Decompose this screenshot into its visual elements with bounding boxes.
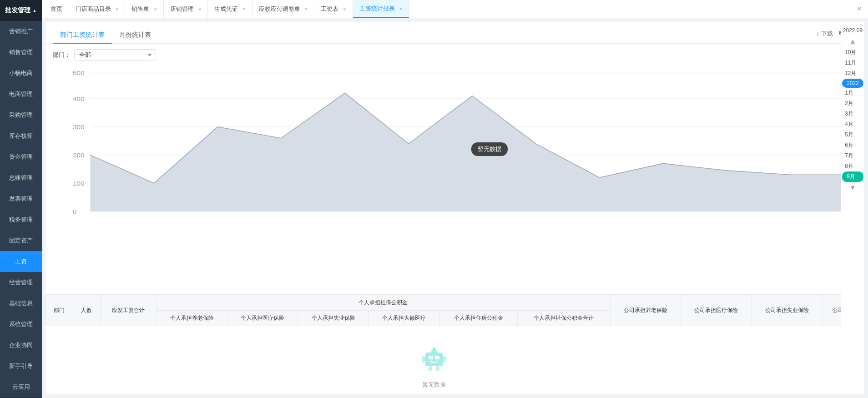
timeline-month-4月[interactable]: 4月: [842, 119, 863, 130]
sidebar-item-库存核算[interactable]: 库存核算: [0, 126, 42, 146]
sidebar-item-固定资产[interactable]: 固定资产: [0, 230, 42, 251]
sidebar-item-发票管理[interactable]: 发票管理: [0, 188, 42, 209]
sidebar-title: 批发管理: [5, 6, 30, 15]
sidebar-item-采购管理[interactable]: 采购管理: [0, 105, 42, 126]
content-panel: 部门工资统计表月份统计表 ↓ 下载 ↻ 刷新 部门： 全部 销售部 采购部 财务…: [45, 22, 864, 394]
tab-label: 店铺管理: [170, 5, 194, 13]
timeline-month-6月[interactable]: 6月: [842, 140, 863, 151]
th-total-wage: 应发工资合计: [100, 295, 156, 326]
tab-close-icon[interactable]: ×: [305, 6, 308, 12]
timeline-month-10月[interactable]: 10月: [842, 47, 863, 58]
department-select[interactable]: 全部 销售部 采购部 财务部 行政部: [74, 49, 156, 60]
sidebar-item-云应用[interactable]: 云应用: [0, 377, 42, 398]
download-button[interactable]: ↓ 下载: [817, 30, 833, 38]
th-p-housing: 个人承担住房公积金: [439, 311, 518, 326]
svg-rect-14: [429, 356, 433, 359]
th-p-med: 个人承担医疗保险: [227, 311, 298, 326]
sidebar-item-经营管理[interactable]: 经营管理: [0, 272, 42, 293]
main-area: 首页门店商品目录×销售单×店铺管理×生成凭证×应收应付调整单×工资表×工资统计报…: [42, 0, 868, 398]
tab-label: 首页: [50, 5, 62, 13]
sidebar-item-基础信息[interactable]: 基础信息: [0, 293, 42, 314]
tab-销售单[interactable]: 销售单×: [125, 0, 163, 18]
timeline-prev-button[interactable]: ▲: [848, 35, 858, 47]
tab-门店商品目录[interactable]: 门店商品目录×: [69, 0, 125, 18]
tab-应收应付调整单[interactable]: 应收应付调整单×: [252, 0, 314, 18]
svg-text:400: 400: [73, 96, 85, 102]
no-data-illustration: [416, 340, 452, 376]
sidebar-item-新手引导[interactable]: 新手引导: [0, 356, 42, 377]
table-container[interactable]: 部门 人数 应发工资合计 个人承担社保公积金 公司承担养老保险 公司承担医疗保险…: [45, 294, 864, 394]
tab-label: 生成凭证: [214, 5, 238, 13]
sub-tab-月份统计表[interactable]: 月份统计表: [112, 27, 158, 44]
timeline-month-7月[interactable]: 7月: [842, 151, 863, 161]
sub-tab-部门工资统计表[interactable]: 部门工资统计表: [53, 27, 112, 44]
tab-label: 应收应付调整单: [259, 5, 300, 13]
sidebar-item-销售管理[interactable]: 销售管理: [0, 42, 42, 63]
sidebar-item-系统管理[interactable]: 系统管理: [0, 314, 42, 335]
sidebar-header[interactable]: 批发管理 ▲: [0, 0, 42, 21]
sidebar-item-总账管理[interactable]: 总账管理: [0, 167, 42, 188]
sidebar-item-资金管理[interactable]: 资金管理: [0, 146, 42, 167]
area-chart: 0 100 200 300 400 500: [73, 71, 855, 216]
timeline-month-12月[interactable]: 12月: [842, 68, 863, 79]
timeline-current-date: 2022.09: [841, 25, 864, 35]
th-p-total: 个人承担社保公积金合计: [518, 311, 610, 326]
timeline-month-8月[interactable]: 8月: [842, 161, 863, 171]
tab-首页[interactable]: 首页: [44, 0, 69, 18]
tab-close-icon[interactable]: ×: [154, 6, 156, 12]
svg-text:300: 300: [73, 124, 85, 131]
timeline-next-button[interactable]: ▼: [848, 182, 858, 194]
timeline-month-11月[interactable]: 11月: [842, 58, 863, 68]
timeline-month-1月[interactable]: 1月: [842, 88, 863, 98]
sidebar-item-小畅电商[interactable]: 小畅电商: [0, 63, 42, 84]
no-data-area: 暂无数据: [46, 326, 823, 394]
sidebar-item-税务管理[interactable]: 税务管理: [0, 209, 42, 230]
svg-rect-21: [436, 366, 439, 371]
timeline-bar: 2022.09 ▲ 10月11月12月20221月2月3月4月5月6月7月8月9…: [841, 22, 864, 394]
tab-label: 门店商品目录: [76, 5, 111, 13]
timeline-month-3月[interactable]: 3月: [842, 109, 863, 119]
download-label: 下载: [821, 30, 833, 38]
th-company-old: 公司承担养老保险: [610, 295, 681, 326]
tab-生成凭证[interactable]: 生成凭证×: [208, 0, 252, 18]
tab-close-icon[interactable]: ×: [116, 6, 118, 12]
th-company-unemp: 公司承担失业保险: [752, 295, 823, 326]
timeline-month-9月[interactable]: 9月: [842, 171, 863, 182]
table-no-data-text: 暂无数据: [422, 381, 446, 389]
tab-工资统计报表[interactable]: 工资统计报表×: [353, 0, 409, 18]
tab-工资表[interactable]: 工资表×: [314, 0, 353, 18]
svg-text:100: 100: [73, 180, 85, 186]
tab-close-icon[interactable]: ×: [198, 6, 201, 12]
timeline-month-5月[interactable]: 5月: [842, 130, 863, 140]
svg-rect-19: [443, 356, 446, 363]
svg-text:500: 500: [73, 71, 85, 76]
th-p-big-med: 个人承担大额医疗: [369, 311, 440, 326]
th-p-unemp: 个人承担失业保险: [298, 311, 369, 326]
stats-table: 部门 人数 应发工资合计 个人承担社保公积金 公司承担养老保险 公司承担医疗保险…: [45, 295, 864, 394]
filter-dept-label: 部门：: [53, 51, 71, 59]
tab-店铺管理[interactable]: 店铺管理×: [164, 0, 208, 18]
tab-close-icon[interactable]: ×: [343, 6, 346, 12]
svg-rect-20: [429, 366, 432, 371]
sidebar-item-企业协同[interactable]: 企业协同: [0, 335, 42, 356]
svg-rect-18: [422, 356, 425, 363]
th-dept: 部门: [46, 295, 73, 326]
tab-label: 工资统计报表: [359, 5, 395, 13]
sidebar-item-电商管理[interactable]: 电商管理: [0, 84, 42, 105]
th-personal-social: 个人承担社保公积金: [156, 295, 610, 311]
timeline-year-2022[interactable]: 2022: [842, 79, 863, 88]
tab-label: 销售单: [131, 5, 149, 13]
timeline-month-2月[interactable]: 2月: [842, 98, 863, 109]
sidebar-item-工资[interactable]: 工资: [0, 251, 42, 272]
close-all-tabs-button[interactable]: ×: [852, 2, 866, 15]
tab-close-icon[interactable]: ×: [399, 6, 402, 11]
tab-bar: 首页门店商品目录×销售单×店铺管理×生成凭证×应收应付调整单×工资表×工资统计报…: [42, 0, 868, 18]
sidebar-item-营销推广[interactable]: 营销推广: [0, 21, 42, 42]
tab-label: 工资表: [321, 5, 338, 13]
svg-rect-16: [431, 350, 437, 353]
svg-text:0: 0: [73, 208, 77, 215]
tab-close-icon[interactable]: ×: [242, 6, 245, 12]
svg-rect-13: [425, 353, 443, 366]
sidebar-toggle-icon: ▲: [32, 8, 37, 13]
download-icon: ↓: [817, 30, 820, 37]
